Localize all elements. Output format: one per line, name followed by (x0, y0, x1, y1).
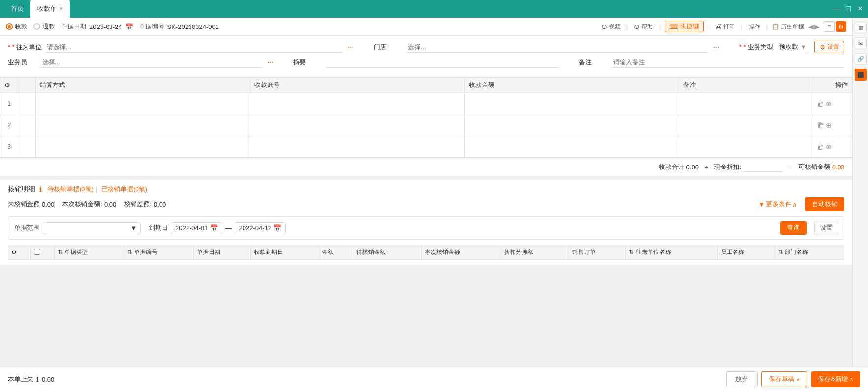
staff-input[interactable] (40, 57, 262, 68)
shortcut-button[interactable]: ⌨ 快捷键 (665, 21, 704, 32)
row-3-settlement[interactable] (36, 136, 250, 158)
row-1-actions: 🗑 ⊕ (813, 93, 852, 114)
tab-home[interactable]: 首页 (4, 0, 30, 18)
toolbar-right: ⊙ 视频 | ⊙ 帮助 | ⌨ 快捷键 | 🖨 打印 | 操作 | (599, 21, 846, 32)
minimize-button[interactable]: — (833, 4, 841, 13)
nav-right[interactable]: ▶ (814, 23, 820, 30)
note-input[interactable] (611, 57, 844, 68)
counterpart-label: * 往来单位 (8, 43, 42, 52)
row-2-account[interactable] (250, 114, 464, 136)
history-button[interactable]: 📋 历史单据 (772, 23, 804, 31)
settings-button[interactable]: ⚙ 设置 (814, 41, 844, 53)
row-1-copy[interactable]: ⊕ (826, 100, 832, 108)
sort-icon-counterpart[interactable]: ⇅ (629, 249, 634, 255)
staff-more[interactable]: ··· (267, 58, 273, 66)
info-icon[interactable]: ℹ (39, 185, 42, 193)
discount-input[interactable] (743, 162, 783, 172)
row-2-settlement[interactable] (36, 114, 250, 136)
operation-label-header: 操作 (835, 81, 848, 88)
row-3-note[interactable] (679, 136, 813, 158)
print-button[interactable]: 🖨 打印 (713, 22, 737, 32)
table-container: ⚙ 结算方式 收款账号 收款金额 备注 操作 (0, 77, 852, 158)
panel-btn-4[interactable]: ⬛ (855, 69, 867, 81)
number-value[interactable]: SK-20230324-001 (167, 23, 219, 30)
more-conditions-button[interactable]: ▼ 更多条件 ∧ (759, 200, 797, 209)
calendar-icon[interactable]: 📅 (125, 23, 133, 30)
view-icons: ≡ ⊞ (824, 21, 846, 32)
diff-label: 核销差额: (124, 200, 152, 209)
row-2-delete[interactable]: 🗑 (817, 121, 824, 129)
tab-bar: 首页 收款单 × — □ × (0, 0, 868, 18)
store-more[interactable]: ··· (713, 43, 719, 51)
col-counterpart: ⇅ 往来单位名称 (626, 245, 718, 260)
auto-writeoff-button[interactable]: 自动核销 (805, 197, 844, 211)
business-type-select[interactable]: 预收款 ▼ (777, 41, 809, 53)
discount-label: 现金折扣: (714, 163, 741, 171)
tab-receipt[interactable]: 收款单 × (30, 0, 70, 18)
sort-icon-type[interactable]: ⇅ (58, 249, 63, 255)
query-button[interactable]: 查询 (780, 221, 807, 235)
due-date-start[interactable]: 2022-04-01 📅 (171, 222, 222, 234)
nav-left[interactable]: ◀ (808, 23, 814, 30)
select-all-checkbox[interactable] (34, 249, 40, 255)
abstract-field: 摘要 (293, 57, 559, 68)
panel-btn-2[interactable]: ✉ (855, 37, 867, 49)
due-date-end[interactable]: 2022-04-12 📅 (235, 222, 286, 234)
tab-receipt-close[interactable]: × (59, 5, 63, 12)
counterpart-more[interactable]: ··· (348, 43, 354, 51)
verification-section: 核销明细 ℹ 待核销单据(0笔) 已核销单据(0笔) 未核销金额 0.00 本次… (0, 180, 852, 265)
radio-receipt-dot (6, 23, 13, 30)
window-close-button[interactable]: × (856, 4, 864, 13)
row-3-delete[interactable]: 🗑 (817, 143, 824, 151)
maximize-button[interactable]: □ (844, 4, 852, 13)
pending-tab[interactable]: 待核销单据(0笔) (46, 185, 99, 194)
table-settings-header[interactable]: ⚙ (0, 78, 18, 93)
radio-receipt[interactable]: 收款 (6, 22, 27, 31)
row-2-copy[interactable]: ⊕ (826, 121, 832, 129)
operation-button[interactable]: 操作 (747, 22, 762, 32)
store-input[interactable] (406, 42, 708, 53)
col-settings[interactable]: ⚙ (8, 245, 31, 260)
row-3-amount[interactable] (464, 136, 679, 158)
unverified-value: 0.00 (42, 201, 54, 208)
col-dept: ⇅ 部门名称 (775, 245, 844, 260)
done-tab[interactable]: 已核销单据(0笔) (99, 185, 149, 194)
sort-icon-num[interactable]: ⇅ (127, 249, 132, 255)
panel-btn-1[interactable]: ▦ (855, 22, 867, 33)
diff-stat: 核销差额: 0.00 (124, 200, 166, 209)
row-3-copy[interactable]: ⊕ (826, 143, 832, 151)
help-button[interactable]: ⊙ 帮助 (632, 22, 655, 32)
table-operation-header: 操作 (813, 78, 852, 93)
filter-settings-button[interactable]: 设置 (814, 221, 838, 235)
col-checkbox[interactable] (30, 245, 54, 260)
row-2-empty (18, 114, 36, 136)
abstract-input[interactable] (326, 57, 559, 68)
range-arrow: ▼ (130, 224, 136, 232)
row-1-delete[interactable]: 🗑 (817, 100, 824, 108)
row-1-account[interactable] (250, 93, 464, 114)
view-list[interactable]: ≡ (824, 21, 835, 32)
video-icon: ⊙ (601, 23, 607, 30)
row-1-amount[interactable] (464, 93, 679, 114)
counterpart-input[interactable] (45, 42, 342, 53)
sort-icon-dept[interactable]: ⇅ (778, 249, 783, 255)
row-1-num: 1 (0, 93, 18, 114)
row-2-note[interactable] (679, 114, 813, 136)
current-value: 0.00 (104, 201, 116, 208)
filter-row: 单据范围 ▼ 到期日 2022-04-01 📅 — 2022-04-12 📅 查 (8, 216, 844, 240)
row-1-note[interactable] (679, 93, 813, 114)
row-2-amount[interactable] (464, 114, 679, 136)
total-label: 收款合计 (659, 163, 684, 171)
range-select[interactable]: ▼ (43, 222, 141, 234)
plus-sign: + (705, 164, 708, 171)
date-value[interactable]: 2023-03-24 (89, 23, 122, 30)
panel-btn-3[interactable]: 🔗 (855, 53, 867, 65)
view-grid[interactable]: ⊞ (836, 21, 846, 32)
radio-refund[interactable]: 退款 (33, 22, 55, 31)
video-button[interactable]: ⊙ 视频 (599, 22, 623, 32)
video-label: 视频 (609, 23, 621, 31)
row-1-settlement[interactable] (36, 93, 250, 114)
business-type-value: 预收款 (779, 42, 798, 51)
row-3-num: 3 (0, 136, 18, 158)
row-3-account[interactable] (250, 136, 464, 158)
